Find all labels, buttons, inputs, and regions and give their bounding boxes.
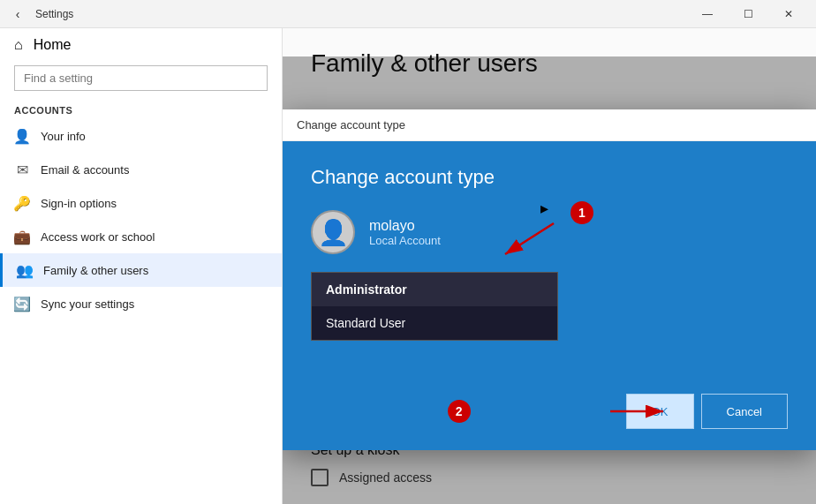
arrow-2 — [601, 394, 672, 429]
user-info: molayo Local Account — [369, 218, 441, 247]
dialog-heading: Change account type — [311, 166, 788, 189]
sidebar-item-email[interactable]: ✉ Email & accounts — [0, 153, 282, 186]
avatar-icon: 👤 — [318, 218, 349, 247]
account-type-dropdown[interactable]: Administrator Standard User — [311, 272, 558, 341]
user-avatar: 👤 — [311, 210, 355, 254]
change-account-type-dialog: Change account type Change account type … — [283, 109, 816, 450]
dialog-titlebar: Change account type — [283, 109, 816, 141]
annotation-2: 2 — [448, 400, 471, 423]
dropdown-option-standard[interactable]: Standard User — [312, 306, 557, 340]
minimize-button[interactable]: — — [687, 0, 728, 28]
access-work-icon: 💼 — [14, 229, 30, 244]
back-button[interactable]: ‹ — [7, 4, 28, 25]
cancel-button[interactable]: Cancel — [701, 394, 788, 429]
sidebar: ⌂ Home Accounts 👤 Your info ✉ Email & ac… — [0, 28, 283, 504]
sidebar-item-label: Your info — [41, 130, 86, 143]
search-input[interactable] — [14, 65, 268, 91]
dialog-footer: 2 OK Cancel — [283, 394, 816, 450]
title-bar: ‹ Settings — ☐ ✕ — [0, 0, 816, 28]
annotation-1: 1 — [570, 201, 593, 224]
close-button[interactable]: ✕ — [768, 0, 809, 28]
sidebar-item-sync[interactable]: 🔄 Sync your settings — [0, 287, 282, 320]
sidebar-item-label: Email & accounts — [41, 163, 129, 177]
sidebar-item-signin[interactable]: 🔑 Sign-in options — [0, 186, 282, 220]
sidebar-item-label: Sign-in options — [41, 197, 117, 210]
sidebar-home-label: Home — [34, 37, 72, 53]
svg-line-1 — [505, 223, 554, 254]
dialog-overlay: Change account type Change account type … — [283, 56, 816, 504]
sidebar-section-title: Accounts — [0, 98, 282, 119]
signin-icon: 🔑 — [14, 195, 30, 211]
restore-button[interactable]: ☐ — [728, 0, 768, 28]
dropdown-list: Administrator Standard User — [311, 272, 558, 341]
sidebar-item-label: Access work or school — [41, 230, 155, 244]
dialog-body: Change account type 👤 molayo Local Accou… — [283, 141, 816, 394]
sidebar-item-your-info[interactable]: 👤 Your info — [0, 119, 282, 153]
sidebar-item-label: Sync your settings — [41, 297, 134, 311]
sidebar-item-access-work[interactable]: 💼 Access work or school — [0, 220, 282, 253]
dialog-user-row: 👤 molayo Local Account 1 — [311, 210, 788, 254]
user-name: molayo — [369, 218, 441, 234]
sync-icon: 🔄 — [14, 296, 30, 312]
arrow-1 — [470, 214, 576, 267]
title-bar-title: Settings — [35, 8, 73, 20]
family-icon: 👥 — [17, 262, 33, 278]
sidebar-item-family[interactable]: 👥 Family & other users — [0, 253, 282, 287]
dropdown-option-administrator[interactable]: Administrator — [312, 273, 557, 306]
home-icon: ⌂ — [14, 37, 23, 53]
sidebar-item-home[interactable]: ⌂ Home — [0, 28, 282, 62]
sidebar-item-label: Family & other users — [43, 264, 148, 277]
app-body: ⌂ Home Accounts 👤 Your info ✉ Email & ac… — [0, 28, 816, 504]
email-icon: ✉ — [14, 162, 30, 177]
your-info-icon: 👤 — [14, 128, 30, 144]
window-controls: — ☐ ✕ — [687, 0, 809, 28]
content-area: Family & other users Change account type… — [283, 28, 816, 504]
user-account-type: Local Account — [369, 234, 441, 247]
